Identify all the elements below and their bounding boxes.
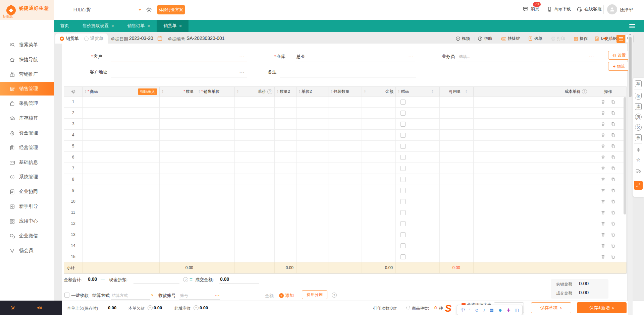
stock-icon[interactable]: 库 (635, 103, 642, 110)
cell-product[interactable] (83, 185, 160, 196)
cell-ops[interactable] (589, 207, 627, 218)
cell-s5[interactable] (463, 229, 474, 240)
cell-product[interactable] (83, 152, 160, 163)
cell-packqty[interactable] (328, 229, 362, 240)
cell-unit[interactable] (196, 119, 235, 129)
cell-avail[interactable] (440, 218, 463, 229)
scroll-up-icon[interactable]: ▲ (629, 33, 632, 36)
cell-avail[interactable] (440, 141, 463, 151)
cell-s4[interactable] (429, 251, 440, 262)
cell-qty2[interactable] (275, 163, 297, 174)
deal-amount-input[interactable] (219, 284, 259, 284)
cell-qty[interactable] (171, 163, 196, 174)
salesman-picker-dots[interactable]: ··· (589, 54, 594, 59)
cell-packqty[interactable] (328, 207, 362, 218)
cell-cost[interactable] (474, 163, 589, 174)
actions-button[interactable]: 操作 (574, 36, 588, 42)
copy-row-icon[interactable] (611, 210, 615, 215)
cell-s3[interactable] (362, 174, 372, 185)
delete-row-icon[interactable] (601, 111, 605, 115)
cell-unit[interactable] (196, 196, 235, 207)
announcement-speaker-icon[interactable] (37, 305, 42, 311)
cell-s1[interactable] (160, 97, 171, 107)
cell-packqty[interactable] (328, 240, 362, 251)
cell-unit[interactable] (196, 163, 235, 174)
radio-return-order[interactable]: 退货单 (84, 36, 103, 42)
cell-gift[interactable] (396, 119, 429, 129)
cell-s3[interactable] (362, 130, 372, 140)
sidebar-item-13[interactable]: 应用中心 (0, 214, 54, 228)
col-header-s2[interactable]: ▲▼ (235, 87, 245, 96)
cell-cost[interactable] (474, 130, 589, 140)
trial-plan-button[interactable]: 体验行业方案 (157, 5, 185, 14)
cell-s5[interactable] (463, 152, 474, 163)
cell-s2[interactable] (235, 141, 245, 151)
cell-s4[interactable] (429, 130, 440, 140)
cell-unit[interactable] (196, 207, 235, 218)
calendar-icon[interactable] (157, 36, 163, 41)
col-header-s4[interactable]: ▲▼ (429, 87, 440, 96)
cell-product[interactable] (83, 218, 160, 229)
favorite-icon[interactable]: ☆ (635, 156, 642, 163)
close-icon[interactable]: × (179, 23, 182, 28)
cell-amount[interactable] (372, 207, 396, 218)
cell-s4[interactable] (429, 240, 440, 251)
cell-amount[interactable] (372, 185, 396, 196)
history-icon[interactable]: 历 (635, 114, 642, 120)
cell-s2[interactable] (235, 207, 245, 218)
cell-gift[interactable] (396, 229, 429, 240)
cell-s1[interactable] (160, 229, 171, 240)
delete-row-icon[interactable] (601, 100, 605, 104)
tab-3[interactable]: 销售订单× (121, 20, 157, 32)
cell-s2[interactable] (235, 108, 245, 118)
cell-qty[interactable] (171, 119, 196, 129)
cell-unit2[interactable] (297, 229, 328, 240)
cell-packqty[interactable] (328, 218, 362, 229)
grid-scrollbar[interactable] (624, 97, 626, 214)
sidebar-item-12[interactable]: 新手引导 (0, 200, 54, 213)
cell-amount[interactable] (372, 130, 396, 140)
cell-s3[interactable] (362, 240, 372, 251)
cell-amount[interactable] (372, 108, 396, 118)
messages-button[interactable]: 消息 (523, 6, 539, 12)
cell-price[interactable] (245, 130, 275, 140)
cell-unit[interactable] (196, 174, 235, 185)
cell-product[interactable] (83, 240, 160, 251)
cell-s1[interactable] (160, 207, 171, 218)
cell-qty[interactable] (171, 152, 196, 163)
gift-checkbox[interactable] (400, 254, 406, 259)
cell-qty[interactable] (171, 108, 196, 118)
cell-ops[interactable] (589, 163, 627, 174)
avatar[interactable] (607, 4, 617, 14)
cell-price[interactable] (245, 141, 275, 151)
sidebar-item-3[interactable]: 营销推广 (0, 68, 54, 81)
remark-input[interactable] (280, 77, 416, 77)
cell-qty[interactable] (171, 207, 196, 218)
cell-unit[interactable] (196, 108, 235, 118)
tab-1[interactable]: 首页 (54, 20, 76, 32)
cell-packqty[interactable] (328, 174, 362, 185)
cell-ops[interactable] (589, 196, 627, 207)
gift-checkbox[interactable] (400, 210, 406, 215)
sort-arrows-icon[interactable]: ▲▼ (465, 90, 467, 93)
attachment-icon[interactable] (635, 146, 642, 153)
cell-s4[interactable] (429, 229, 440, 240)
cell-amount[interactable] (372, 97, 396, 107)
cell-unit2[interactable] (297, 152, 328, 163)
cell-s5[interactable] (463, 207, 474, 218)
delete-row-icon[interactable] (601, 177, 605, 182)
cell-s2[interactable] (235, 119, 245, 129)
cell-qty[interactable] (171, 251, 196, 262)
cell-s1[interactable] (160, 108, 171, 118)
owe-help-icon[interactable]: ? (148, 305, 153, 310)
cell-s5[interactable] (463, 174, 474, 185)
cell-amount[interactable] (372, 218, 396, 229)
copy-row-icon[interactable] (611, 254, 615, 259)
cell-s4[interactable] (429, 163, 440, 174)
col-header-qty2[interactable]: ▲▼数量2 (275, 87, 297, 96)
cell-ops[interactable] (589, 240, 627, 251)
cell-cost[interactable] (474, 97, 589, 107)
cell-s3[interactable] (362, 152, 372, 163)
cell-avail[interactable] (440, 152, 463, 163)
app-download-button[interactable]: App下载 (547, 6, 571, 12)
